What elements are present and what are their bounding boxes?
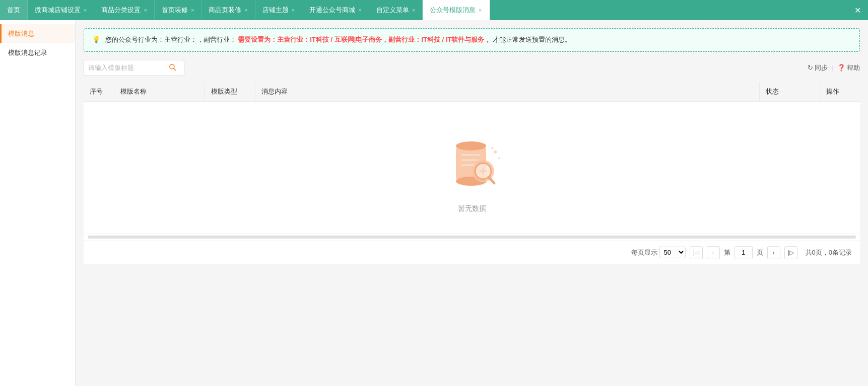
pagination: 每页显示 50 10 20 100 |◁ ‹ 第 页 [84,241,860,264]
notice-banner: 💡 您的公众号行业为：主营行业：，副营行业： 需要设置为：主营行业：IT科技 /… [84,28,860,52]
close-product-decor-tab[interactable]: × [244,7,247,13]
page-size-dropdown[interactable]: 50 10 20 100 [659,247,686,258]
close-template-msg-tab[interactable]: × [479,7,482,13]
svg-point-15 [494,150,497,153]
svg-point-16 [498,157,500,159]
scroll-track [88,236,856,239]
notice-icon: 💡 [92,36,100,43]
svg-point-17 [491,147,493,149]
col-status: 状态 [759,82,820,102]
prev-page-icon: ‹ [712,249,714,256]
help-button[interactable]: ❓ 帮助 [837,63,860,72]
page-size-label: 每页显示 [631,248,657,257]
tab-template-msg[interactable]: 公众号模版消息 × [423,0,489,20]
col-index: 序号 [84,82,114,102]
global-close-button[interactable]: ✕ [847,6,868,15]
empty-svg-icon [442,132,502,192]
close-custom-menu-tab[interactable]: × [412,7,415,13]
tab-home-decor[interactable]: 首页装修 × [155,0,202,20]
first-page-icon: |◁ [693,249,699,256]
data-table: 序号 模版名称 模版类型 消息内容 状态 操作 [84,82,860,234]
sidebar: 模版消息 模版消息记录 [0,20,76,386]
next-page-button[interactable]: › [767,246,780,259]
close-shop-theme-tab[interactable]: × [292,7,295,13]
page-size-select: 每页显示 50 10 20 100 [631,247,686,258]
main-layout: 模版消息 模版消息记录 💡 您的公众号行业为：主营行业：，副营行业： 需要设置为… [0,20,868,386]
help-icon: ❓ [837,64,845,71]
search-button[interactable] [169,63,176,72]
table-header: 序号 模版名称 模版类型 消息内容 状态 操作 [84,82,860,102]
search-icon [169,63,176,71]
next-page-icon: › [773,249,775,256]
close-wechat-shop-tab[interactable]: × [84,7,87,13]
tab-custom-menu[interactable]: 自定义菜单 × [369,0,423,20]
tab-shop-theme[interactable]: 店铺主题 × [255,0,302,20]
top-nav-bar: 首页 微商城店铺设置 × 商品分类设置 × 首页装修 × 商品页装修 × 店铺主… [0,0,868,20]
content-area: 💡 您的公众号行业为：主营行业：，副营行业： 需要设置为：主营行业：IT科技 /… [76,20,868,386]
sidebar-item-template-message[interactable]: 模版消息 [0,24,75,43]
svg-point-4 [456,141,486,150]
tab-home[interactable]: 首页 [0,0,28,20]
close-product-category-tab[interactable]: × [144,7,147,13]
page-number-input[interactable] [735,246,753,259]
svg-line-1 [174,68,176,70]
sync-button[interactable]: ↻ 同步 [808,63,828,72]
table-container: 序号 模版名称 模版类型 消息内容 状态 操作 [84,82,860,264]
search-input[interactable] [88,64,169,71]
col-type: 模版类型 [205,82,255,102]
total-info: 共0页，0条记录 [806,248,852,257]
tab-wechat-shop[interactable]: 微商城店铺设置 × [28,0,94,20]
col-content: 消息内容 [255,82,759,102]
search-toolbar: ↻ 同步 | ❓ 帮助 [84,60,860,76]
page-label-suffix: 页 [757,248,763,257]
empty-illustration [442,132,502,192]
last-page-button[interactable]: |▷ [784,246,797,259]
toolbar-divider: | [832,64,833,71]
close-open-mall-tab[interactable]: × [358,7,361,13]
table-body: 暂无数据 [84,101,860,234]
search-input-wrap [84,60,184,76]
horizontal-scrollbar[interactable] [84,234,860,241]
empty-state: 暂无数据 [84,102,860,234]
close-home-decor-tab[interactable]: × [191,7,194,13]
tab-product-decor[interactable]: 商品页装修 × [202,0,255,20]
prev-page-button[interactable]: ‹ [707,246,720,259]
tab-product-category[interactable]: 商品分类设置 × [94,0,154,20]
first-page-button[interactable]: |◁ [690,246,703,259]
toolbar-right: ↻ 同步 | ❓ 帮助 [808,63,860,72]
sidebar-item-template-message-record[interactable]: 模版消息记录 [0,43,75,62]
col-name: 模版名称 [114,82,205,102]
sync-icon: ↻ [808,64,813,71]
page-label-prefix: 第 [724,248,730,257]
col-action: 操作 [820,82,860,102]
tab-open-mall[interactable]: 开通公众号商城 × [302,0,369,20]
empty-text: 暂无数据 [458,204,486,213]
last-page-icon: |▷ [787,249,793,256]
